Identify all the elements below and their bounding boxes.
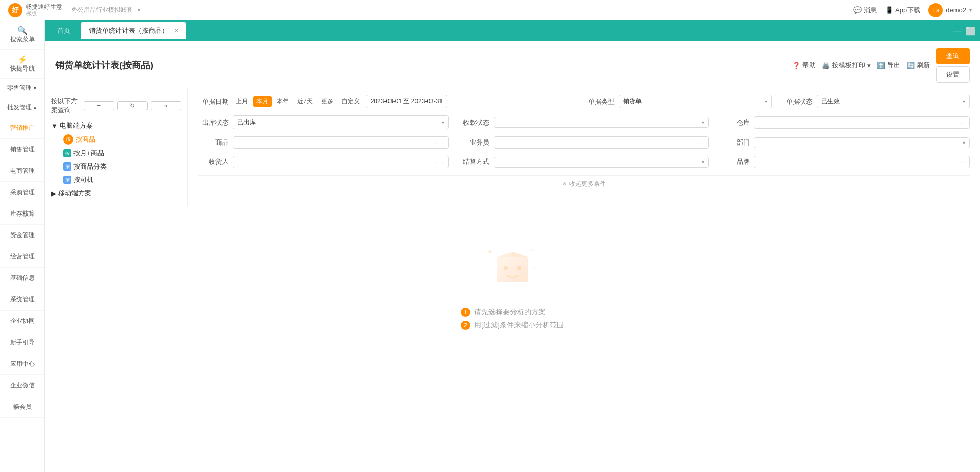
empty-state: ✦ ✦ ✦ 1 请先选择要分析的方案 2 用[过滤]条件来缩小分析范围 bbox=[45, 206, 980, 365]
sidebar-item-enterprise[interactable]: 企业协同 bbox=[0, 311, 44, 332]
dept-select[interactable]: ▾ bbox=[754, 137, 970, 148]
user-menu[interactable]: Ea demo2 ▾ bbox=[928, 3, 972, 17]
doc-status-select[interactable]: 已生效 ▾ bbox=[817, 95, 970, 108]
tree-item-by-month-goods[interactable]: 按 按月+商品 bbox=[45, 147, 187, 160]
print-icon: 🖨️ bbox=[822, 62, 830, 69]
collapse-filters-button[interactable]: ∧ 收起更多条件 bbox=[198, 175, 970, 193]
shortcut-this-year[interactable]: 本年 bbox=[274, 96, 292, 107]
help-button[interactable]: ❓ 帮助 bbox=[792, 61, 816, 70]
filter-brand: 品牌 ··· bbox=[719, 156, 970, 168]
sidebar-item-member[interactable]: 畅会员 bbox=[0, 396, 44, 418]
filter-receiver: 收货人 ··· bbox=[198, 156, 449, 168]
warehouse-dots-icon[interactable]: ··· bbox=[957, 119, 965, 126]
goods-input[interactable]: ··· bbox=[233, 136, 449, 149]
receiver-dots-icon[interactable]: ··· bbox=[436, 158, 444, 166]
shortcut-7days[interactable]: 近7天 bbox=[294, 96, 316, 107]
avatar: Ea bbox=[928, 3, 943, 17]
shortcut-last-month[interactable]: 上月 bbox=[233, 96, 251, 107]
pay-status-arrow: ▾ bbox=[702, 120, 704, 125]
add-scheme-button[interactable]: + bbox=[84, 101, 114, 110]
out-status-select[interactable]: 已出库 ▾ bbox=[233, 115, 449, 129]
help-icon: ❓ bbox=[792, 62, 800, 69]
print-button[interactable]: 🖨️ 按模板打印 ▾ bbox=[822, 61, 871, 70]
pay-status-label: 收款状态 bbox=[459, 118, 489, 127]
settlement-arrow: ▾ bbox=[702, 159, 704, 165]
tree-pc-section[interactable]: ▼ 电脑端方案 bbox=[45, 119, 187, 132]
filter-scheme-panel: 按以下方案查询 + ↻ « ▼ 电脑端方案 按 按商品 bbox=[45, 88, 188, 206]
goods-label: 商品 bbox=[198, 138, 229, 147]
tab-minimize-icon[interactable]: — bbox=[953, 26, 962, 35]
sidebar-item-wholesale[interactable]: 批发管理 ▲ bbox=[0, 98, 44, 117]
user-dropdown-arrow[interactable]: ▾ bbox=[969, 7, 972, 13]
sidebar-item-operations[interactable]: 经营管理 bbox=[0, 246, 44, 268]
sidebar-item-retail[interactable]: 零售管理 ▼ bbox=[0, 79, 44, 98]
salesperson-dots-icon[interactable]: ··· bbox=[696, 139, 704, 146]
sidebar-item-purchase[interactable]: 采购管理 bbox=[0, 182, 44, 203]
goods-dots-icon[interactable]: ··· bbox=[436, 139, 444, 146]
print-dropdown-icon[interactable]: ▾ bbox=[867, 62, 871, 69]
top-bar-left: 好 畅捷通好生意 标版 办公用品行业模拟账套 ▾ bbox=[8, 3, 140, 17]
tree-item-by-driver[interactable]: 按 按司机 bbox=[45, 173, 187, 186]
filter-scheme-header: 按以下方案查询 + ↻ « bbox=[45, 95, 187, 119]
brand-input[interactable]: ··· bbox=[754, 156, 970, 168]
active-scheme-icon: 按 bbox=[63, 134, 74, 145]
doc-status-arrow: ▾ bbox=[963, 99, 965, 104]
wholesale-expand-icon: ▲ bbox=[33, 105, 38, 110]
receiver-input[interactable]: ··· bbox=[233, 156, 449, 168]
doc-type-select[interactable]: 销货单 ▾ bbox=[619, 95, 772, 108]
filter-warehouse: 仓库 ··· bbox=[719, 116, 970, 129]
sidebar-item-wechat[interactable]: 企业微信 bbox=[0, 375, 44, 396]
query-button[interactable]: 查询 bbox=[936, 48, 970, 64]
sidebar-item-ecommerce[interactable]: 电商管理 bbox=[0, 160, 44, 182]
refresh-button[interactable]: 🔄 刷新 bbox=[906, 61, 930, 70]
receiver-control: ··· bbox=[233, 156, 449, 168]
tree-item-by-goods[interactable]: 按 按商品 bbox=[45, 132, 187, 147]
tab-active[interactable]: 销货单统计计表（按商品） × bbox=[81, 22, 186, 39]
warehouse-input[interactable]: ··· bbox=[754, 116, 970, 129]
filter-row-3: 商品 ··· 业务员 bbox=[198, 136, 970, 149]
brand-dots-icon[interactable]: ··· bbox=[957, 158, 965, 166]
sidebar-item-sales[interactable]: 销售管理 bbox=[0, 139, 44, 160]
salesperson-input[interactable]: ··· bbox=[494, 136, 709, 149]
empty-steps: 1 请先选择要分析的方案 2 用[过滤]条件来缩小分析范围 bbox=[461, 308, 564, 334]
pay-status-select[interactable]: ▾ bbox=[494, 117, 709, 128]
tree-mobile-section[interactable]: ▶ 移动端方案 bbox=[45, 186, 187, 200]
date-range-picker[interactable]: 2023-03-01 至 2023-03-31 bbox=[366, 95, 447, 108]
sidebar-item-marketing[interactable]: 营销推广 bbox=[0, 117, 44, 139]
sidebar-item-quicknav[interactable]: ⚡ 快捷导航 bbox=[0, 50, 44, 79]
refresh-scheme-button[interactable]: ↻ bbox=[117, 101, 148, 110]
tab-home[interactable]: 首页 bbox=[49, 22, 79, 39]
dept-label: 部门 bbox=[719, 138, 750, 147]
tab-close-icon[interactable]: × bbox=[175, 27, 178, 34]
sidebar-item-basic[interactable]: 基础信息 bbox=[0, 268, 44, 289]
sidebar-item-finance[interactable]: 资金管理 bbox=[0, 225, 44, 246]
svg-marker-2 bbox=[512, 252, 528, 257]
page-actions: ❓ 帮助 🖨️ 按模板打印 ▾ ⬆️ 导出 🔄 刷新 bbox=[792, 48, 970, 83]
tree-item-by-goods-category[interactable]: 按 按商品分类 bbox=[45, 160, 187, 173]
app-download-button[interactable]: 📱 App下载 bbox=[885, 6, 920, 15]
sidebar-item-appstore[interactable]: 应用中心 bbox=[0, 353, 44, 375]
sidebar-item-system[interactable]: 系统管理 bbox=[0, 289, 44, 311]
top-bar-right: 💬 消息 📱 App下载 Ea demo2 ▾ bbox=[853, 3, 972, 17]
settings-button[interactable]: 设置 bbox=[936, 66, 970, 83]
collapse-scheme-button[interactable]: « bbox=[151, 101, 181, 110]
sidebar-item-newguide[interactable]: 新手引导 bbox=[0, 332, 44, 353]
sidebar-item-inventory[interactable]: 库存核算 bbox=[0, 203, 44, 225]
shortcut-more[interactable]: 更多 bbox=[318, 96, 336, 107]
sidebar-item-search[interactable]: 🔍 搜索菜单 bbox=[0, 20, 44, 50]
tab-bar: 首页 销货单统计计表（按商品） × — ⬜ bbox=[45, 20, 980, 41]
svg-marker-1 bbox=[497, 252, 512, 257]
filter-doc-type: 单据类型 销货单 ▾ bbox=[584, 95, 772, 108]
brand-control: ··· bbox=[754, 156, 970, 168]
svg-text:✦: ✦ bbox=[533, 266, 536, 271]
shortcut-this-month[interactable]: 本月 bbox=[253, 96, 272, 107]
message-button[interactable]: 💬 消息 bbox=[853, 6, 877, 15]
retail-expand-icon: ▼ bbox=[33, 85, 38, 91]
tab-maximize-icon[interactable]: ⬜ bbox=[966, 26, 976, 36]
shortcut-custom[interactable]: 自定义 bbox=[338, 96, 363, 107]
industry-dropdown-arrow[interactable]: ▾ bbox=[138, 7, 140, 13]
out-status-arrow: ▾ bbox=[442, 120, 444, 125]
logo-text: 畅捷通好生意 标版 bbox=[26, 3, 62, 17]
settlement-select[interactable]: ▾ bbox=[494, 157, 709, 168]
export-button[interactable]: ⬆️ 导出 bbox=[877, 61, 900, 70]
